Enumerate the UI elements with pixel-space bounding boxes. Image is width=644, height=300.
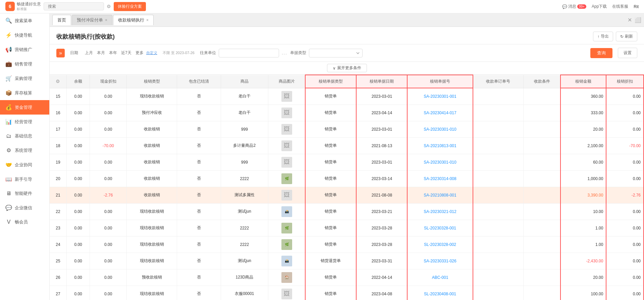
date-7days[interactable]: 近7天	[120, 49, 133, 56]
bill-no-link[interactable]: SL-20230408-001	[424, 292, 456, 296]
cell-condition	[524, 203, 561, 220]
sidebar-item-vip[interactable]: V 畅会员	[0, 215, 49, 229]
filter-dots: ...	[282, 50, 287, 55]
cell-balance: 0.00	[66, 104, 90, 121]
product-img: 🖼	[281, 140, 292, 151]
table-row: 21 0.00 -2.76 收款核销 否 测试多属性 🖼 销货单 2021-08…	[50, 187, 644, 203]
filter-settings-button[interactable]: 设置	[618, 48, 637, 58]
sidebar-item-wechat[interactable]: 💬 企业微信	[0, 201, 49, 215]
cell-cash-discount: 0.00	[90, 286, 127, 300]
tab-prepay[interactable]: 预付冲应付单 ×	[72, 15, 112, 25]
sidebar-item-finance[interactable]: 💰 资金管理	[0, 100, 49, 115]
cell-bill-no[interactable]: SA-20230321-012	[407, 203, 473, 220]
th-discount: 核销折扣	[606, 75, 644, 88]
hardware-icon: 🖥	[5, 190, 12, 197]
sidebar-item-marketing[interactable]: 📢 营销推广	[0, 42, 49, 57]
bill-no-link[interactable]: SA-20230321-012	[424, 209, 456, 214]
sidebar-item-system[interactable]: ⚙ 系统管理	[0, 143, 49, 158]
bill-no-link[interactable]: SA-20230301-001	[424, 94, 456, 99]
tab-writeoff[interactable]: 收款核销执行 ×	[113, 15, 154, 25]
table-row: 24 0.00 0.00 现结收款核销 否 2222 🌿 销货单 2023-03…	[50, 236, 644, 253]
refresh-button[interactable]: ↻ 刷新	[616, 32, 637, 41]
th-settings[interactable]: ⚙	[50, 75, 66, 88]
tab-maximize-icon[interactable]: ⬜	[635, 17, 641, 23]
date-last-month[interactable]: 上月	[84, 49, 94, 56]
sidebar-item-hardware[interactable]: 🖥 智能硬件	[0, 186, 49, 201]
cell-bill-no[interactable]: SA-20230414-017	[407, 104, 473, 121]
bill-no-link[interactable]: SA-20230314-008	[424, 176, 456, 181]
th-amount: 核销金额	[560, 75, 606, 88]
date-this-year[interactable]: 本年	[108, 49, 118, 56]
bill-no-link[interactable]: SA-20230414-017	[424, 111, 456, 115]
purchase-icon: 🛒	[5, 75, 12, 82]
cell-type: 现结收款核销	[127, 236, 177, 253]
filter-expand-button[interactable]: »	[56, 49, 65, 57]
bill-no-link[interactable]: SA-20210813-001	[424, 143, 456, 148]
query-button[interactable]: 查询	[590, 48, 612, 58]
user-name[interactable]: Rit	[634, 4, 639, 9]
app-download-link[interactable]: App下载	[592, 4, 607, 9]
sidebar-item-collab[interactable]: 🤝 企业协同	[0, 158, 49, 172]
cell-bill-no[interactable]: SL-20230408-001	[407, 286, 473, 300]
tab-writeoff-close[interactable]: ×	[146, 18, 149, 23]
sidebar-item-purchase[interactable]: 🛒 采购管理	[0, 71, 49, 86]
export-button[interactable]: ↑ 导出	[593, 32, 613, 41]
cell-bill-no[interactable]: SA-20230331-026	[407, 253, 473, 269]
bill-no-link[interactable]: SA-20230301-010	[424, 127, 456, 132]
table-row: 25 0.00 0.00 现结收款核销 否 测试jun 📸 销货退货单 2023…	[50, 253, 644, 269]
online-service-link[interactable]: 在线客服	[612, 4, 628, 9]
logo-text-group: 畅捷通好生意 标准版	[17, 2, 41, 11]
cell-bill-no[interactable]: SA-20230301-010	[407, 154, 473, 170]
sidebar-item-search[interactable]: 🔍 搜索菜单	[0, 13, 49, 28]
sidebar-item-inventory[interactable]: 📦 库存核算	[0, 86, 49, 100]
bill-no-link[interactable]: SL-20230328-001	[424, 226, 456, 230]
date-this-month[interactable]: 本月	[96, 49, 106, 56]
cell-bill-no[interactable]: SA-20230301-010	[407, 121, 473, 137]
partner-input[interactable]	[219, 49, 279, 57]
tab-home[interactable]: 首页	[52, 15, 71, 25]
bill-no-link[interactable]: ABC-001	[432, 275, 448, 280]
guide-icon: 📖	[5, 176, 12, 182]
bill-no-link[interactable]: SA-20230301-010	[424, 160, 456, 165]
tab-close-all-icon[interactable]: ✕	[628, 17, 632, 23]
sidebar-item-operations[interactable]: 📊 经营管理	[0, 115, 49, 129]
th-balance: 余额	[66, 75, 90, 88]
cell-balance: 0.00	[66, 286, 90, 300]
date-label: 日期	[70, 50, 78, 56]
gear-icon[interactable]: ⚙	[107, 4, 111, 9]
cell-bill-date: 2023-03-31	[356, 253, 407, 269]
bill-no-link[interactable]: SA-20210808-001	[424, 193, 456, 198]
cell-bill-no[interactable]: SA-20210808-001	[407, 187, 473, 203]
tab-prepay-close[interactable]: ×	[105, 18, 107, 23]
cell-condition	[524, 286, 561, 300]
sidebar-item-basic[interactable]: 🗂 基础信息	[0, 129, 49, 143]
cell-bill-type: 销货退货单	[305, 253, 356, 269]
inventory-icon: 📦	[5, 90, 12, 96]
message-badge: 99+	[577, 4, 586, 9]
expand-more-button[interactable]: ∨ 展开更多条件	[327, 64, 367, 72]
sidebar-item-sales[interactable]: 💼 销售管理	[0, 57, 49, 71]
cell-discount: 0.00	[606, 236, 644, 253]
cell-bill-no[interactable]: SA-20210813-001	[407, 137, 473, 154]
date-more[interactable]: 更多	[134, 49, 145, 56]
search-input[interactable]	[44, 2, 104, 10]
tab-writeoff-label: 收款核销执行	[118, 17, 144, 23]
cell-product: 测试多属性	[221, 187, 268, 203]
bill-no-link[interactable]: SL-20230328-002	[424, 242, 456, 247]
bill-type-select[interactable]: 销货单 销货退货单	[309, 49, 363, 57]
cell-bill-no[interactable]: SA-20230314-008	[407, 170, 473, 187]
cell-bill-no[interactable]: SA-20230301-001	[407, 88, 473, 104]
date-custom[interactable]: 自定义	[146, 50, 157, 55]
cell-balance: 0.00	[66, 187, 90, 203]
cell-bill-no[interactable]: SL-20230328-001	[407, 220, 473, 236]
cell-included: 否	[177, 269, 221, 286]
sidebar-item-quicknav[interactable]: ⚡ 快捷导航	[0, 28, 49, 42]
cell-bill-no[interactable]: SL-20230328-002	[407, 236, 473, 253]
cell-included: 否	[177, 286, 221, 300]
bill-no-link[interactable]: SA-20230331-026	[424, 259, 456, 263]
industry-btn[interactable]: 休验行业方案	[114, 2, 146, 11]
sidebar-item-guide[interactable]: 📖 新手引导	[0, 172, 49, 186]
cell-bill-no[interactable]: ABC-001	[407, 269, 473, 286]
message-group[interactable]: 💬 消息 99+	[562, 4, 586, 9]
cell-type: 收款核销	[127, 187, 177, 203]
